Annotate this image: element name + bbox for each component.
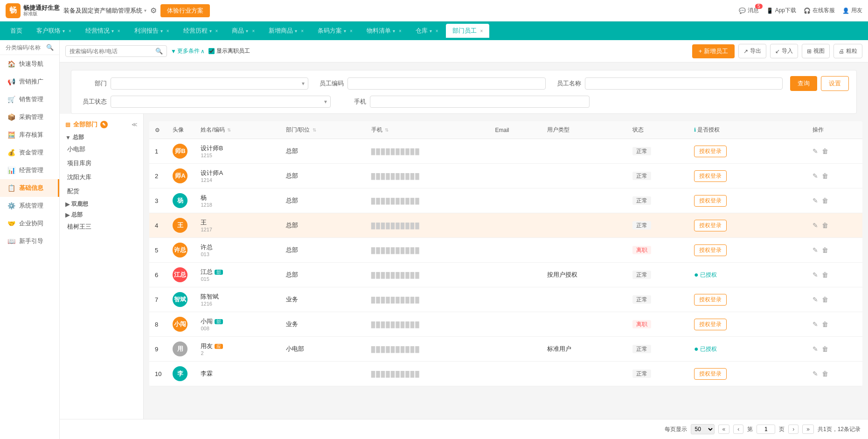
- edit-icon[interactable]: ✎: [812, 370, 818, 377]
- auth-login-button[interactable]: 授权登录: [694, 220, 727, 231]
- tab-dept-staff[interactable]: 部门员工 ×: [446, 24, 490, 38]
- sidebar-item-guide[interactable]: 📖 新手引导: [0, 232, 59, 250]
- delete-icon[interactable]: 🗑: [822, 222, 828, 229]
- view-button[interactable]: ⊞ 视图: [802, 44, 830, 58]
- sidebar-item-quick-nav[interactable]: 🏠 快速导航: [0, 55, 59, 73]
- sidebar-item-enterprise[interactable]: 🤝 企业协同: [0, 215, 59, 232]
- show-resigned-checkbox[interactable]: [208, 48, 215, 54]
- auth-login-button[interactable]: 授权登录: [694, 146, 727, 157]
- user-menu[interactable]: 👤 用友: [842, 7, 862, 14]
- delete-icon[interactable]: 🗑: [822, 271, 828, 279]
- delete-icon[interactable]: 🗑: [822, 296, 828, 303]
- sidebar-item-finance[interactable]: 💰 资金管理: [0, 144, 59, 161]
- auth-login-button[interactable]: 授权登录: [694, 170, 727, 182]
- page-number-input[interactable]: [757, 425, 775, 434]
- tab-home[interactable]: 首页: [4, 24, 29, 38]
- row-phone: ██████████: [366, 287, 490, 312]
- delete-icon[interactable]: 🗑: [822, 197, 828, 204]
- emp-status-filter-select[interactable]: [111, 96, 331, 108]
- sidebar-item-purchase[interactable]: 📦 采购管理: [0, 108, 59, 126]
- app-download-button[interactable]: 📱 App下载: [766, 7, 796, 14]
- employee-name: 王: [201, 218, 275, 227]
- export-button[interactable]: ↗ 导出: [738, 44, 766, 58]
- emp-name-filter-input[interactable]: [585, 77, 783, 90]
- dept-filter-select[interactable]: [111, 77, 308, 90]
- dept-item-project[interactable]: 项目库房: [60, 156, 143, 170]
- tab-goods[interactable]: 商品 ▾×: [225, 24, 261, 38]
- message-button[interactable]: 💬 消息 5: [739, 7, 759, 14]
- dept-item-xiaodian[interactable]: 小电部: [60, 142, 143, 156]
- settings-button[interactable]: 设置: [821, 76, 849, 91]
- tab-barcode[interactable]: 条码方案 ▾×: [311, 24, 359, 38]
- sidebar-item-marketing[interactable]: 📢 营销推广: [0, 73, 59, 91]
- tab-operation[interactable]: 经营情况 ▾×: [79, 24, 127, 38]
- sidebar-item-sales[interactable]: 🛒 销售管理: [0, 91, 59, 108]
- sidebar-search-input[interactable]: [6, 44, 43, 51]
- row-email: [490, 188, 542, 213]
- edit-icon[interactable]: ✎: [812, 222, 818, 229]
- dept-all-label[interactable]: ⊞ 全部部门 ✎: [65, 120, 108, 129]
- sidebar-item-operation[interactable]: 📊 经营管理: [0, 161, 59, 179]
- edit-icon[interactable]: ✎: [812, 321, 818, 328]
- first-page-button[interactable]: «: [718, 425, 730, 434]
- edit-icon[interactable]: ✎: [812, 246, 818, 254]
- table-row: 4王王1217总部██████████正常授权登录 ✎ 🗑: [149, 213, 862, 238]
- dept-collapse-button[interactable]: ≪: [132, 121, 138, 128]
- col-dept[interactable]: 部门/职位 ⇅: [280, 121, 366, 139]
- import-button[interactable]: ↙ 导入: [770, 44, 798, 58]
- edit-icon[interactable]: ✎: [812, 147, 818, 155]
- dept-edit-icon[interactable]: ✎: [100, 121, 108, 128]
- delete-icon[interactable]: 🗑: [822, 321, 828, 328]
- delete-icon[interactable]: 🗑: [822, 246, 828, 254]
- edit-icon[interactable]: ✎: [812, 197, 818, 204]
- dept-item-peihuo[interactable]: 配货: [60, 184, 143, 198]
- auth-login-button[interactable]: 授权登录: [694, 244, 727, 256]
- auth-login-button[interactable]: 授权登录: [694, 294, 727, 306]
- phone-filter-input[interactable]: [370, 96, 590, 108]
- dept-group-zonbu2[interactable]: ▶ 总部: [60, 209, 143, 220]
- row-phone: ██████████: [366, 362, 490, 386]
- tab-customer[interactable]: 客户联络 ▾×: [30, 24, 78, 38]
- tab-history[interactable]: 经营历程 ▾×: [177, 24, 225, 38]
- emp-code-filter-input[interactable]: [347, 77, 545, 90]
- edit-icon[interactable]: ✎: [812, 296, 818, 303]
- delete-icon[interactable]: 🗑: [822, 370, 828, 377]
- edit-icon[interactable]: ✎: [812, 345, 818, 353]
- sidebar-item-system[interactable]: ⚙️ 系统管理: [0, 197, 59, 215]
- sys-title-dropdown[interactable]: 装备及固定资产辅助管理系统 ▾: [63, 7, 146, 15]
- auth-login-button[interactable]: 授权登录: [694, 195, 727, 207]
- delete-icon[interactable]: 🗑: [822, 172, 828, 180]
- tab-bom[interactable]: 物料清单 ▾×: [360, 24, 408, 38]
- add-employee-button[interactable]: + 新增员工: [692, 44, 735, 58]
- settings-icon[interactable]: ⚙: [150, 6, 157, 15]
- prev-page-button[interactable]: ‹: [733, 425, 743, 434]
- dept-item-shenyang[interactable]: 沈阳大库: [60, 170, 143, 184]
- col-name[interactable]: 姓名/编码 ⇅: [195, 121, 280, 139]
- more-conditions-button[interactable]: ▼ 更多条件 ∧: [171, 47, 205, 55]
- dept-group-zonbu[interactable]: ▼ 总部: [60, 132, 143, 142]
- search-input[interactable]: [69, 48, 153, 55]
- edit-icon[interactable]: ✎: [812, 172, 818, 180]
- page-size-select[interactable]: 50 100: [691, 424, 715, 434]
- next-page-button[interactable]: ›: [788, 425, 799, 434]
- col-phone[interactable]: 手机 ⇅: [366, 121, 490, 139]
- try-industry-button[interactable]: 体验行业方案: [160, 4, 210, 17]
- tab-add-goods[interactable]: 新增商品 ▾×: [262, 24, 310, 38]
- auth-login-button[interactable]: 授权登录: [694, 319, 727, 330]
- dept-item-zhishu[interactable]: 植树王三: [60, 220, 143, 234]
- edit-icon[interactable]: ✎: [812, 271, 818, 279]
- tab-profit[interactable]: 利润报告 ▾×: [128, 24, 176, 38]
- tab-warehouse[interactable]: 仓库 ▾×: [409, 24, 445, 38]
- auth-login-button[interactable]: 授权登录: [694, 368, 727, 380]
- delete-icon[interactable]: 🗑: [822, 147, 828, 155]
- last-page-button[interactable]: »: [802, 425, 814, 434]
- print-button[interactable]: 🖨 粗粒: [833, 44, 862, 58]
- search-button[interactable]: 查询: [790, 76, 817, 91]
- row-user-type: [542, 164, 627, 188]
- show-resigned-wrap[interactable]: 显示离职员工: [208, 47, 250, 55]
- sidebar-item-basic-info[interactable]: 📋 基础信息: [0, 179, 59, 197]
- delete-icon[interactable]: 🗑: [822, 345, 828, 353]
- online-service-button[interactable]: 🎧 在线客服: [804, 7, 835, 14]
- dept-group-shuanglu[interactable]: ▶ 双鹿想: [60, 198, 143, 209]
- sidebar-item-inventory[interactable]: 🧮 库存核算: [0, 126, 59, 144]
